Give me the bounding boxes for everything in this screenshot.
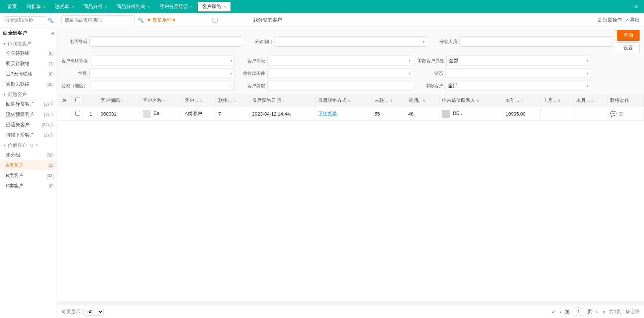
prev-page-button[interactable]: ‹ <box>558 308 563 315</box>
sidebar-item-churn-warning[interactable]: 流失预警客户 (3) ⓘ <box>0 109 57 120</box>
sidebar-search-input[interactable] <box>3 16 46 24</box>
page-number-input[interactable] <box>572 308 585 315</box>
filter-bar-right: ☑ 批量操作 ↗ 导出 <box>597 17 640 23</box>
nav-tab-analysis-list[interactable]: 商品分析列表 × <box>112 2 154 11</box>
close-analysis-tab[interactable]: × <box>105 4 107 9</box>
region-select[interactable]: ··· <box>90 81 235 91</box>
sidebar-all-customers[interactable]: ⊞ 全部客户 ◀ <box>0 28 57 39</box>
next-page-button[interactable]: › <box>594 308 599 315</box>
settings-button[interactable]: 设置 <box>617 42 640 53</box>
close-customer-tier-tab[interactable]: × <box>190 4 193 9</box>
dept-select[interactable]: ▾ <box>275 36 427 47</box>
customer-level-select[interactable]: ▾ <box>267 56 413 66</box>
sidebar-collapse-icon[interactable]: ◀ <box>51 31 54 36</box>
sidebar-item-repurchase-abnormal[interactable]: 回购异常客户 (2) ⓘ <box>0 99 57 109</box>
filter-retail-attr: 零散客户属性 全部▾ <box>418 56 591 66</box>
triangle-icon3: ▼ <box>3 144 6 147</box>
sidebar-item-b-class[interactable]: B类客户 (33) <box>0 170 57 181</box>
close-purchase-tab[interactable]: × <box>71 4 74 9</box>
top-nav: 首页 销售单 × 进货单 × 商品分析 × 商品分析列表 × 客户分层经营 × … <box>0 0 644 13</box>
close-customer-contact-tab[interactable]: × <box>223 4 226 9</box>
sidebar-item-a-class[interactable]: A类客户 (1) <box>0 160 57 170</box>
payment-select[interactable]: ▾ <box>267 68 413 78</box>
last-page-button[interactable]: » <box>601 308 607 315</box>
sort-this-month[interactable]: ⇅ <box>591 99 594 103</box>
sort-code[interactable]: ⇅ <box>121 99 124 103</box>
manager-select[interactable]: ··· <box>459 36 612 47</box>
grid-action-icon[interactable]: ⊞ <box>619 111 623 117</box>
sort-overdue[interactable]: ⇅ <box>423 99 426 103</box>
sidebar-item-declining[interactable]: 持续下滑客户 (2) ⓘ <box>0 130 57 140</box>
chat-icon[interactable]: 💬 <box>610 111 616 117</box>
col-this-year: 本年...⇅ <box>503 94 540 107</box>
more-filters-button[interactable]: ▼ 更多条件 ▾ <box>147 17 175 23</box>
sidebar-item-7days-contact[interactable]: 近7天待联络 (0) <box>0 69 57 79</box>
sidebar-item-churned[interactable]: 已流失客户 (24) ⓘ <box>0 120 57 130</box>
horizontal-scrollbar[interactable] <box>57 301 644 305</box>
filter-region: 区域（地区） ··· <box>61 81 235 91</box>
sidebar-item-tomorrow-contact[interactable]: 明天待联络 (1) <box>0 59 57 69</box>
retail-customer-select[interactable]: 全部▾ <box>446 81 591 91</box>
first-page-button[interactable]: « <box>551 308 556 315</box>
adv-row-1: 电话号码 分管部门 ▾ 分管人员 ··· 查询 设置 <box>61 30 640 53</box>
col-settings[interactable]: ⚙ <box>57 94 72 107</box>
nav-tab-customer-contact[interactable]: 客户联络 × <box>198 2 230 11</box>
col-type: 客户...⇅ <box>182 94 216 107</box>
nature-select[interactable]: ▾ <box>89 68 235 78</box>
nav-tab-customer-tier[interactable]: 客户分层经营 × <box>155 2 197 11</box>
sort-this-year[interactable]: ⇅ <box>520 99 523 103</box>
adv-row-3: 性质 ▾ 收付款条件 ▾ 状态 ▾ <box>61 68 640 78</box>
status-select[interactable]: ▾ <box>446 68 591 78</box>
nav-tab-sales[interactable]: 销售单 × <box>22 2 50 11</box>
query-button[interactable]: 查询 <box>617 30 640 41</box>
select-all-checkbox[interactable] <box>75 98 80 102</box>
triangle-icon: ▼ <box>3 42 6 46</box>
nav-tab-purchase[interactable]: 进货单 × <box>50 2 78 11</box>
customer-table: ⚙ 客户编码⇅ 客户名称⇅ 客户...⇅ 联络...⇅ 最后联络日期⇅ 最后联络… <box>57 94 644 121</box>
close-all-button[interactable]: × <box>631 3 641 11</box>
sidebar-item-unclassified[interactable]: 未分组 (32) <box>0 150 57 160</box>
export-button[interactable]: ↗ 导出 <box>625 17 640 23</box>
batch-op-button[interactable]: ☑ 批量操作 <box>597 17 622 23</box>
search-input[interactable] <box>61 15 135 24</box>
sidebar-waiting-contact-header[interactable]: ▼ 待联络客户 <box>0 39 57 48</box>
sort-name[interactable]: ⇅ <box>163 99 166 103</box>
row-checkbox[interactable] <box>75 111 80 116</box>
sidebar-value-customers-header[interactable]: ▼ 价值客户 ↻ ✎ <box>0 140 57 150</box>
phone-input[interactable] <box>89 36 242 47</box>
cell-last-method[interactable]: 下销货单 <box>316 107 372 121</box>
sort-last-date[interactable]: ⇅ <box>282 99 285 103</box>
close-analysis-list-tab[interactable]: × <box>147 4 150 9</box>
filter-price-level: 客户价格等级 ▾ <box>61 56 235 66</box>
cell-check[interactable] <box>72 107 83 121</box>
customer-type-input[interactable] <box>267 81 413 91</box>
retail-attr-select[interactable]: 全部▾ <box>446 56 591 66</box>
sidebar-item-overdue-contact[interactable]: 逾期未联络 (30) <box>0 79 57 89</box>
sort-contact2[interactable]: ⇅ <box>476 99 479 103</box>
col-no-contact: 未联...⇅ <box>372 94 406 107</box>
filter-search-icon[interactable]: 🔍 <box>138 17 144 23</box>
cell-num: 1 <box>83 107 98 121</box>
sort-type[interactable]: ⇅ <box>199 99 202 103</box>
filter-bar: 🔍 ▼ 更多条件 ▾ 我分管的客户 ☑ 批量操作 ↗ 导出 <box>57 13 644 27</box>
nav-tab-home[interactable]: 首页 <box>3 2 21 11</box>
edit-value-icon[interactable]: ✎ <box>35 143 39 148</box>
advanced-filters: 电话号码 分管部门 ▾ 分管人员 ··· 查询 设置 <box>57 27 644 94</box>
sidebar-item-today-contact[interactable]: 今天待联络 (0) <box>0 48 57 59</box>
refresh-icon[interactable]: ↻ <box>30 143 33 148</box>
filter-customer-type: 客户类型 <box>239 81 413 91</box>
page-size-select[interactable]: 50 100 200 <box>83 308 104 316</box>
sort-contact[interactable]: ⇅ <box>233 99 236 103</box>
my-customers-checkbox[interactable] <box>178 18 252 22</box>
filter-status: 状态 ▾ <box>418 68 591 78</box>
sort-no-contact[interactable]: ⇅ <box>389 99 392 103</box>
nav-tab-analysis[interactable]: 商品分析 × <box>79 2 111 11</box>
close-sales-tab[interactable]: × <box>43 4 45 9</box>
sidebar-item-c-class[interactable]: C类客户 (6) <box>0 181 57 191</box>
sort-last-month[interactable]: ⇅ <box>558 99 561 103</box>
col-check[interactable] <box>72 94 83 107</box>
price-level-select[interactable]: ▾ <box>90 56 235 66</box>
sidebar-search-icon[interactable]: 🔍 <box>48 18 54 23</box>
sort-last-method[interactable]: ⇅ <box>348 99 351 103</box>
sidebar-problem-customers-header[interactable]: ▼ 问题客户 <box>0 89 57 99</box>
